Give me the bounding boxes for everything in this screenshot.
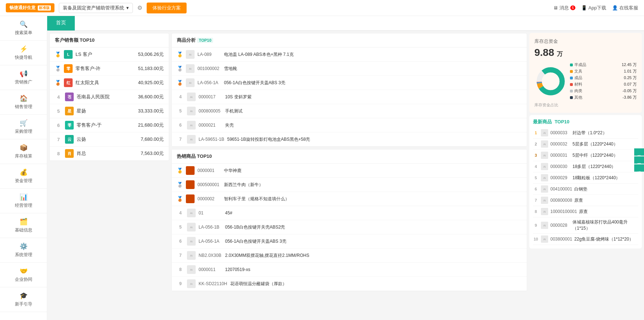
sidebar-label-sales: 销售管理 bbox=[15, 104, 32, 110]
sidebar-item-purchase[interactable]: 🛒 采购管理 bbox=[0, 115, 47, 139]
product-img: Ai bbox=[187, 121, 196, 130]
sidebar-item-inventory[interactable]: 📦 库存核算 bbox=[0, 139, 47, 164]
product-name: 中华神鹿 bbox=[224, 168, 522, 174]
product-item: 6 Ai 0000021 夹壳 bbox=[172, 118, 527, 132]
inventory-legend: 半成品 12.45 万 文具 1.01 万 成品 0.25 万 材料 0.07 … bbox=[570, 62, 637, 100]
sidebar-label-system: 系统管理 bbox=[15, 252, 32, 258]
legend-label: 文具 bbox=[574, 69, 617, 74]
silver-medal-icon: 🥈 bbox=[55, 66, 61, 71]
system-name: 装备及固定资产辅助管理系统 bbox=[63, 5, 124, 11]
legend-item: 成品 0.25 万 bbox=[570, 75, 637, 81]
product-code: 0000011 bbox=[199, 267, 222, 272]
product-img: Ai bbox=[186, 78, 195, 87]
hot-products-panel: 热销商品 TOP10 🥇 0000001 中华神鹿 🥈 000500001 新西… bbox=[171, 149, 527, 291]
product-name: 夹壳 bbox=[225, 122, 522, 128]
legend-value: 12.45 万 bbox=[619, 62, 637, 67]
product-img: Ai bbox=[187, 135, 196, 144]
latest-product-item: 5 Ai 0000029 18颗粒板（1220*2440） bbox=[533, 172, 638, 184]
rank-number: 4 bbox=[177, 210, 184, 216]
product-name: 12070519-xs bbox=[225, 267, 522, 272]
rank-item: 🥇 L LS 客户 53,006.26元 bbox=[50, 48, 169, 62]
inventory-icon: 📦 bbox=[20, 144, 28, 152]
rank-amount: 7,680.00元 bbox=[140, 136, 164, 143]
latest-product-icon: Ai bbox=[541, 197, 548, 204]
app-download-btn[interactable]: 📱 App下载 bbox=[581, 5, 606, 11]
latest-product-code: 0000031 bbox=[550, 153, 570, 158]
sidebar-item-basic[interactable]: 🗂️ 基础信息 bbox=[0, 213, 47, 238]
rank-amount: 7,563.00元 bbox=[140, 150, 164, 157]
product-name: 雪地靴 bbox=[224, 66, 522, 72]
legend-dot bbox=[570, 63, 573, 66]
sidebar-item-operation[interactable]: 📊 经营管理 bbox=[0, 189, 47, 213]
sidebar-label-guide: 新手引导 bbox=[15, 301, 32, 307]
hot-product-item: 🥉 0000002 智利车子里（规格不知道填什么） bbox=[172, 192, 527, 206]
latest-rank-num: 9 bbox=[533, 223, 539, 227]
rank-number: 5 bbox=[177, 108, 184, 114]
message-btn[interactable]: 🖥 消息 6 bbox=[553, 5, 575, 11]
product-img: Ai bbox=[186, 50, 195, 59]
product-name: 新西兰牛肉（新牛） bbox=[224, 182, 522, 188]
rank-number: 7 bbox=[55, 137, 62, 142]
legend-label: 材料 bbox=[574, 82, 617, 87]
product-img: Ai bbox=[187, 265, 196, 274]
quicknav-icon: ⚡ bbox=[20, 45, 28, 53]
latest-product-name: 白钢垫 bbox=[574, 186, 638, 192]
service-btn[interactable]: 👤 在线客服 bbox=[612, 5, 638, 11]
product-name: 2.0X30MM双摆花轴,摆花直径2.1MM/ROHS bbox=[225, 253, 522, 259]
legend-value: 1.01 万 bbox=[619, 69, 637, 74]
latest-product-icon: Ai bbox=[541, 140, 548, 148]
marketing-icon: 📢 bbox=[20, 70, 28, 78]
tab-home[interactable]: 首页 bbox=[47, 16, 75, 30]
sidebar-item-finance[interactable]: 💰 资金管理 bbox=[0, 164, 47, 189]
latest-rank-num: 7 bbox=[533, 198, 539, 202]
finance-icon: 💰 bbox=[20, 168, 28, 176]
latest-product-code: 0000033 bbox=[550, 130, 570, 135]
product-name: 056-1A白色按键开关盖ABS 3壳 bbox=[224, 80, 522, 86]
latest-rank-num: 5 bbox=[533, 176, 539, 180]
sidebar-label-purchase: 采购管理 bbox=[15, 128, 32, 135]
float-btn-service[interactable]: 客服热线 bbox=[634, 148, 644, 156]
sidebar-item-sales[interactable]: 🏠 销售管理 bbox=[0, 90, 47, 115]
sidebar-item-marketing[interactable]: 📢 营销推广 bbox=[0, 65, 47, 90]
legend-value: 0.07 万 bbox=[619, 82, 637, 87]
sidebar-item-collab[interactable]: 🤝 企业协同 bbox=[0, 263, 47, 287]
silver-medal-icon: 🥈 bbox=[177, 66, 183, 71]
latest-product-item: 7 Ai 000800008 原查 bbox=[533, 195, 638, 206]
latest-products-list: 1 Ai 0000033 封边带（1.0*22） 2 Ai 0000032 5层… bbox=[533, 127, 638, 245]
latest-product-icon: Ai bbox=[541, 222, 548, 229]
basic-icon: 🗂️ bbox=[20, 218, 28, 226]
system-selector[interactable]: 装备及固定资产辅助管理系统 ▾ bbox=[59, 3, 133, 13]
sidebar-item-search[interactable]: 🔍 搜索菜单 bbox=[0, 16, 47, 41]
rank-name: LS 客户 bbox=[76, 51, 135, 58]
rank-number: 7 bbox=[177, 253, 184, 258]
latest-product-icon: Ai bbox=[541, 235, 548, 243]
product-code: LA-056-1B bbox=[199, 225, 222, 230]
latest-rank-num: 1 bbox=[533, 131, 539, 135]
rank-name: 零售客户-于 bbox=[77, 122, 135, 128]
trial-button[interactable]: 体验行业方案 bbox=[147, 3, 187, 13]
rank-number: 5 bbox=[177, 225, 184, 230]
rank-avatar: 零 bbox=[65, 121, 74, 130]
system-icon: ⚙️ bbox=[20, 242, 28, 250]
rank-number: 4 bbox=[177, 94, 184, 99]
hot-products-title: 热销商品 TOP10 bbox=[177, 153, 212, 160]
rank-number: 6 bbox=[177, 239, 184, 244]
float-btn-live[interactable]: 直播 bbox=[634, 164, 644, 172]
latest-products-title: 最新商品 TOP10 bbox=[533, 119, 638, 125]
product-code: 0000002 bbox=[197, 196, 221, 201]
product-item: 4 Ai 0000017 10S 变斜罗紫 bbox=[172, 90, 527, 104]
sidebar-item-quicknav[interactable]: ⚡ 快捷导航 bbox=[0, 41, 47, 65]
sidebar-item-guide[interactable]: 🎓 新手引导 bbox=[0, 287, 47, 312]
latest-product-name: 体城嘉核味苏打饮品400毫升（1*15） bbox=[572, 219, 638, 231]
product-img: Ai bbox=[187, 107, 196, 115]
latest-rank-num: 3 bbox=[533, 153, 539, 157]
latest-product-icon: Ai bbox=[541, 185, 548, 193]
product-code: 000800005 bbox=[199, 108, 222, 114]
gear-icon[interactable]: ⚙ bbox=[137, 4, 142, 11]
float-btn-community[interactable]: 服务社区 bbox=[634, 156, 644, 164]
hot-product-item: 🥇 0000001 中华神鹿 bbox=[172, 164, 527, 178]
rank-item: 4 苍 苍南县人民医院 36,600.00元 bbox=[50, 90, 169, 104]
sidebar-item-system[interactable]: ⚙️ 系统管理 bbox=[0, 238, 47, 263]
rank-amount: 53,006.26元 bbox=[138, 51, 164, 58]
latest-product-icon: Ai bbox=[541, 152, 548, 159]
